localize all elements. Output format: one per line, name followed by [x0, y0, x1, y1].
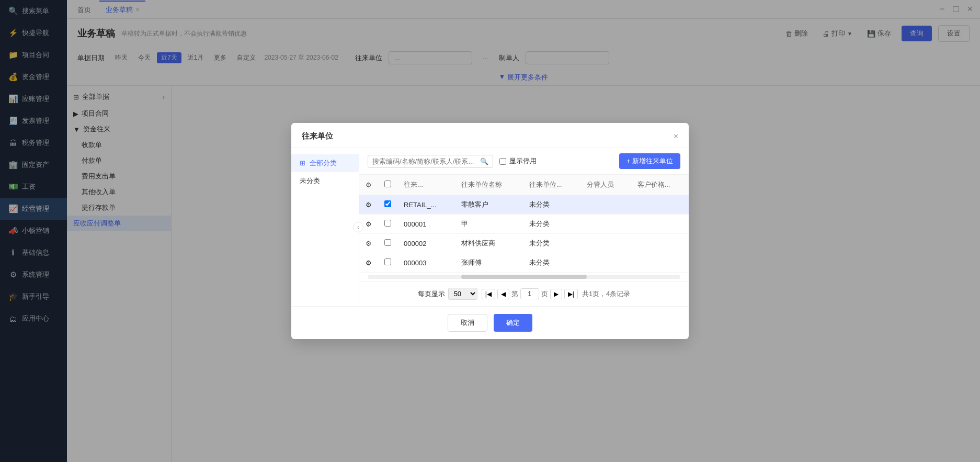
table-row[interactable]: ⚙ 000003 张师傅 未分类	[359, 253, 689, 273]
row-salesperson	[580, 234, 631, 253]
row-category: 未分类	[523, 253, 580, 273]
modal-body: ⊞ 全部分类 未分类 ‹	[291, 148, 689, 306]
row-settings[interactable]: ⚙	[359, 253, 378, 273]
search-wrapper: 🔍	[368, 155, 493, 168]
prev-page-button[interactable]: ◀	[497, 289, 509, 299]
row-price-level	[631, 215, 689, 234]
col-header-name: 往来单位名称	[455, 175, 523, 195]
row-name: 甲	[455, 215, 523, 234]
all-category-icon: ⊞	[300, 159, 305, 167]
row-check[interactable]	[378, 215, 397, 234]
modal-overlay[interactable]: 往来单位 × ⊞ 全部分类 未分类 ‹	[0, 0, 980, 462]
row-name: 零散客户	[455, 195, 523, 215]
show-disabled-wrapper: 显示停用	[499, 156, 537, 166]
row-check[interactable]	[378, 253, 397, 273]
per-page-select[interactable]: 50 100	[448, 288, 477, 300]
modal-footer: 取消 确定	[291, 306, 689, 339]
total-count: 共1页，4条记录	[582, 289, 630, 299]
page-end-label: 页	[541, 289, 548, 299]
cancel-button[interactable]: 取消	[448, 314, 487, 332]
row-category: 未分类	[523, 234, 580, 253]
row-category: 未分类	[523, 215, 580, 234]
last-page-button[interactable]: ▶|	[564, 289, 578, 299]
table-scrollbar[interactable]	[368, 275, 680, 279]
row-category: 未分类	[523, 195, 580, 215]
row-checkbox[interactable]	[384, 220, 391, 227]
col-header-code: 往来...	[397, 175, 455, 195]
row-code: 000003	[397, 253, 455, 273]
row-code: 000002	[397, 234, 455, 253]
modal-sidebar-all[interactable]: ⊞ 全部分类	[291, 154, 359, 172]
row-salesperson	[580, 215, 631, 234]
col-header-check[interactable]	[378, 175, 397, 195]
modal-sidebar-all-label: 全部分类	[310, 159, 337, 167]
per-page-label: 每页显示	[418, 289, 445, 299]
search-icon: 🔍	[480, 157, 488, 165]
page-label: 第	[511, 289, 518, 299]
select-all-checkbox[interactable]	[384, 181, 391, 187]
row-code: RETAIL_...	[397, 195, 455, 215]
row-checkbox[interactable]	[384, 200, 391, 207]
table-row[interactable]: ⚙ RETAIL_... 零散客户 未分类	[359, 195, 689, 215]
modal-main: 🔍 显示停用 + 新增往来单位 ⚙	[359, 148, 689, 306]
partners-table: ⚙ 往来... 往来单位名称 往来单位...	[359, 175, 689, 273]
row-price-level	[631, 234, 689, 253]
row-checkbox[interactable]	[384, 239, 391, 246]
modal-dialog: 往来单位 × ⊞ 全部分类 未分类 ‹	[291, 123, 689, 339]
row-settings[interactable]: ⚙	[359, 234, 378, 253]
row-code: 000001	[397, 215, 455, 234]
col-header-category: 往来单位...	[523, 175, 580, 195]
modal-sidebar-unclassified-label: 未分类	[300, 177, 320, 185]
show-disabled-checkbox[interactable]	[499, 158, 506, 165]
row-settings[interactable]: ⚙	[359, 195, 378, 215]
modal-table: ⚙ 往来... 往来单位名称 往来单位...	[359, 175, 689, 273]
modal-sidebar: ⊞ 全部分类 未分类	[291, 148, 359, 306]
row-name: 材料供应商	[455, 234, 523, 253]
modal-toolbar: 🔍 显示停用 + 新增往来单位	[359, 148, 689, 175]
modal-title: 往来单位	[302, 131, 333, 141]
show-disabled-label: 显示停用	[509, 156, 537, 166]
row-price-level	[631, 253, 689, 273]
page-nav: |◀ ◀ 第 页 ▶ ▶|	[482, 288, 578, 299]
table-header-row: ⚙ 往来... 往来单位名称 往来单位...	[359, 175, 689, 195]
partner-search-input[interactable]	[372, 157, 477, 165]
modal-sidebar-collapse-button[interactable]: ‹	[353, 222, 363, 232]
row-salesperson	[580, 195, 631, 215]
next-page-button[interactable]: ▶	[550, 289, 562, 299]
confirm-button[interactable]: 确定	[494, 314, 532, 332]
col-header-price-level: 客户价格...	[631, 175, 689, 195]
table-row[interactable]: ⚙ 000002 材料供应商 未分类	[359, 234, 689, 253]
row-check[interactable]	[378, 234, 397, 253]
collapse-arrow-icon: ‹	[357, 224, 359, 230]
scrollbar-thumb	[461, 275, 586, 279]
row-salesperson	[580, 253, 631, 273]
row-check[interactable]	[378, 195, 397, 215]
table-row[interactable]: ⚙ 000001 甲 未分类	[359, 215, 689, 234]
page-size-selector: 每页显示 50 100	[418, 288, 477, 300]
modal-sidebar-unclassified[interactable]: 未分类	[291, 172, 359, 190]
col-header-salesperson: 分管人员	[580, 175, 631, 195]
modal-pagination: 每页显示 50 100 |◀ ◀ 第 页 ▶ ▶|	[359, 281, 689, 306]
row-name: 张师傅	[455, 253, 523, 273]
modal-header: 往来单位 ×	[291, 123, 689, 148]
row-price-level	[631, 195, 689, 215]
col-header-settings[interactable]: ⚙	[359, 175, 378, 195]
first-page-button[interactable]: |◀	[482, 289, 495, 299]
modal-sidebar-wrapper: ⊞ 全部分类 未分类 ‹	[291, 148, 359, 306]
add-partner-button[interactable]: + 新增往来单位	[619, 153, 680, 169]
modal-close-button[interactable]: ×	[674, 132, 678, 141]
page-number-input[interactable]	[520, 288, 539, 299]
row-checkbox[interactable]	[384, 258, 391, 265]
